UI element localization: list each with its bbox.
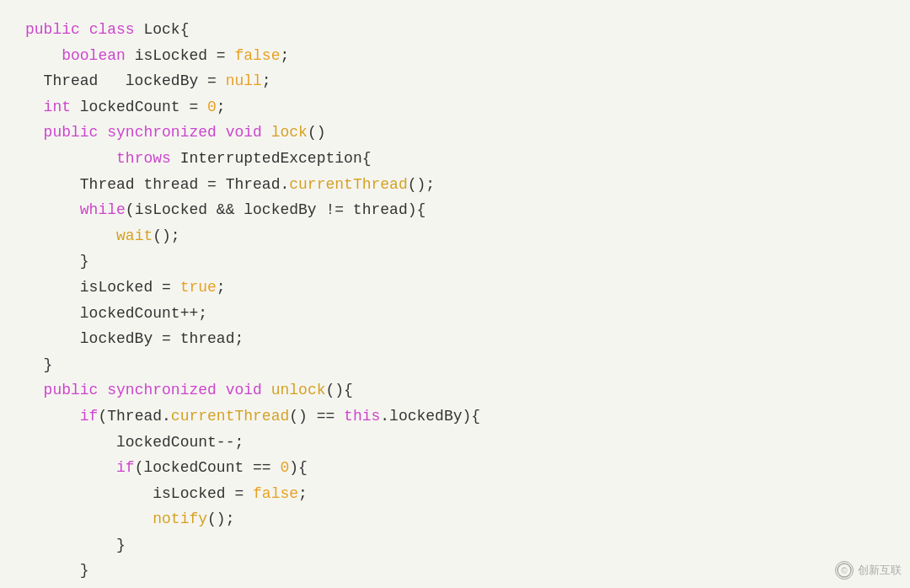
code-line-1: public class Lock{ bbox=[25, 17, 885, 43]
code-line-9: wait(); bbox=[25, 223, 885, 249]
code-line-3: Thread lockedBy = null; bbox=[25, 68, 885, 94]
code-line-18: if(lockedCount == 0){ bbox=[25, 455, 885, 481]
code-line-21: } bbox=[25, 532, 885, 559]
code-line-7: Thread thread = Thread.currentThread(); bbox=[25, 172, 885, 198]
code-block: public class Lock{ boolean isLocked = fa… bbox=[0, 0, 910, 588]
code-line-19: isLocked = false; bbox=[25, 481, 885, 507]
code-line-5: public synchronized void lock() bbox=[25, 120, 885, 146]
code-line-10: } bbox=[25, 249, 885, 275]
code-line-16: if(Thread.currentThread() == this.locked… bbox=[25, 404, 885, 430]
code-line-12: lockedCount++; bbox=[25, 301, 885, 327]
watermark-icon: © bbox=[835, 561, 854, 580]
code-line-22: } bbox=[25, 558, 885, 584]
code-line-17: lockedCount--; bbox=[25, 430, 885, 456]
code-line-15: public synchronized void unlock(){ bbox=[25, 377, 885, 404]
code-line-13: lockedBy = thread; bbox=[25, 326, 885, 352]
code-line-2: boolean isLocked = false; bbox=[25, 43, 885, 69]
code-line-14: } bbox=[25, 352, 885, 378]
code-line-20: notify(); bbox=[25, 506, 885, 532]
code-line-11: isLocked = true; bbox=[25, 275, 885, 301]
code-line-4: int lockedCount = 0; bbox=[25, 94, 885, 120]
code-line-8: while(isLocked && lockedBy != thread){ bbox=[25, 197, 885, 223]
watermark-label: 创新互联 bbox=[858, 563, 902, 578]
code-line-6: throws InterruptedException{ bbox=[25, 146, 885, 172]
watermark: © 创新互联 bbox=[835, 561, 902, 580]
code-line-23: } bbox=[25, 584, 885, 588]
svg-text:©: © bbox=[841, 566, 848, 575]
